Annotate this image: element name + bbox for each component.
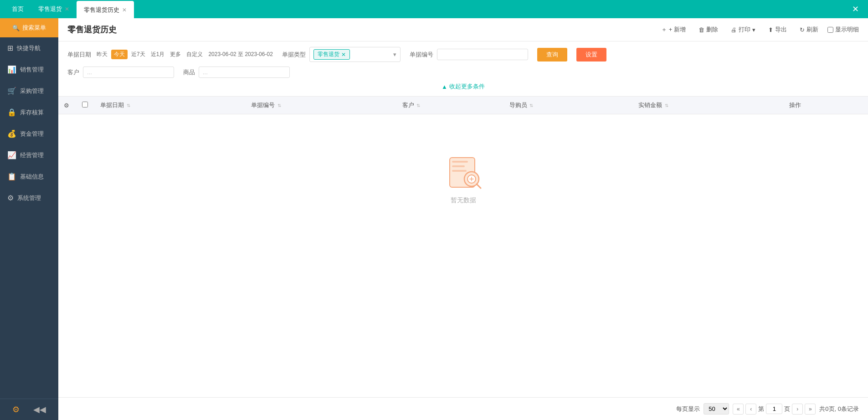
th-customer[interactable]: 客户 ⇅ (397, 97, 504, 114)
doc-type-label: 单据类型 (282, 51, 306, 59)
refresh-button[interactable]: ↻ 刷新 (796, 24, 822, 36)
operations-icon: 📈 (7, 151, 16, 159)
date-yesterday[interactable]: 昨天 (95, 50, 109, 59)
print-icon: 🖨 (731, 26, 737, 33)
th-guide[interactable]: 导购员 ⇅ (504, 97, 633, 114)
delete-button[interactable]: 🗑 删除 (695, 24, 722, 36)
refresh-icon: ↻ (800, 26, 805, 33)
empty-text: 暂无数据 (451, 196, 476, 205)
page-title: 零售退货历史 (67, 24, 117, 35)
customer-select[interactable]: ... (83, 67, 174, 78)
sidebar-item-operations[interactable]: 📈 经营管理 (0, 144, 58, 166)
per-page-select[interactable]: 50 10 20 100 (704, 403, 729, 415)
setting-button[interactable]: 设置 (576, 48, 606, 61)
tab-return-history[interactable]: 零售退货历史 ✕ (77, 1, 134, 19)
sidebar-item-sales[interactable]: 📊 销售管理 (0, 59, 58, 80)
date-last7[interactable]: 近7天 (129, 50, 147, 59)
settings-icon: ⚙ (64, 102, 69, 109)
tab-return-history-close[interactable]: ✕ (122, 7, 127, 13)
filter-doc-number: 单据编号 (410, 49, 528, 60)
date-more[interactable]: 更多 (168, 50, 183, 59)
sidebar-item-quick-nav[interactable]: ⊞ 快捷导航 (0, 37, 58, 59)
filter-date: 单据日期 昨天 今天 近7天 近1月 更多 自定义 2023-06-02 至 2… (67, 50, 273, 59)
sidebar-item-inventory[interactable]: 🔒 库存核算 (0, 102, 58, 123)
sidebar-settings-icon[interactable]: ⚙ (12, 405, 20, 415)
date-range: 2023-06-02 至 2023-06-02 (208, 51, 272, 58)
first-page-button[interactable]: « (733, 404, 744, 415)
th-action: 操作 (784, 97, 868, 114)
th-date[interactable]: 单据日期 ⇅ (95, 97, 246, 114)
print-arrow-icon: ▾ (752, 26, 755, 33)
sidebar-bottom: ⚙ ◀◀ (0, 399, 58, 420)
display-detail-checkbox[interactable] (827, 27, 833, 33)
sidebar-item-finance[interactable]: 💰 资金管理 (0, 123, 58, 144)
doc-type-tag-close[interactable]: ✕ (341, 51, 346, 58)
date-sort-icon: ⇅ (127, 103, 130, 108)
doc-type-select[interactable]: 零售退货 ✕ ▾ (309, 47, 401, 62)
sidebar-item-basic-info[interactable]: 📋 基础信息 (0, 166, 58, 187)
empty-state: 暂无数据 (58, 114, 868, 241)
sidebar-item-purchase[interactable]: 🛒 采购管理 (0, 80, 58, 102)
export-button[interactable]: ⬆ 导出 (765, 24, 791, 36)
print-label: 打印 (739, 26, 750, 34)
table-area: ⚙ 单据日期 ⇅ 单据编号 ⇅ (58, 97, 868, 397)
date-filter-label: 单据日期 (67, 51, 91, 59)
page-number-input[interactable]: 1 (766, 404, 782, 414)
svg-rect-2 (452, 165, 465, 167)
table-header-row: ⚙ 单据日期 ⇅ 单据编号 ⇅ (58, 97, 868, 114)
next-page-button[interactable]: › (792, 404, 803, 415)
new-icon: ＋ (661, 26, 667, 34)
th-settings[interactable]: ⚙ (58, 97, 77, 114)
display-detail-label: 显示明细 (835, 26, 859, 34)
th-amount[interactable]: 实销金额 ⇅ (633, 97, 784, 114)
th-number[interactable]: 单据编号 ⇅ (246, 97, 396, 114)
last-page-button[interactable]: » (805, 404, 816, 415)
date-last-month[interactable]: 近1月 (149, 50, 167, 59)
prev-page-button[interactable]: ‹ (745, 404, 756, 415)
tab-home[interactable]: 首页 (5, 0, 31, 18)
new-button[interactable]: ＋ + 新增 (657, 24, 689, 36)
finance-icon: 💰 (7, 129, 16, 138)
sidebar-item-basic-info-label: 基础信息 (20, 173, 44, 181)
doc-number-input[interactable] (437, 49, 528, 60)
page-nav: « ‹ 第 1 页 › » (733, 404, 816, 415)
doc-type-tag: 零售退货 ✕ (313, 49, 350, 60)
pagination: 每页显示 50 10 20 100 « ‹ 第 1 页 › » 共0页, 0条记… (58, 397, 868, 420)
delete-label: 删除 (706, 26, 718, 34)
th-checkbox[interactable] (77, 97, 95, 114)
doc-type-tag-label: 零售退货 (318, 51, 339, 58)
new-label: + 新增 (669, 26, 686, 34)
print-button[interactable]: 🖨 打印 ▾ (727, 24, 759, 36)
filter-customer: 客户 ... (67, 67, 174, 78)
sidebar-item-finance-label: 资金管理 (20, 130, 44, 138)
tab-return-label: 零售退货 (38, 5, 62, 13)
goods-select[interactable]: ... (199, 67, 290, 78)
svg-rect-1 (452, 161, 468, 163)
quick-nav-icon: ⊞ (7, 44, 13, 52)
refresh-label: 刷新 (806, 26, 818, 34)
query-button[interactable]: 查询 (537, 48, 567, 61)
sidebar-item-inventory-label: 库存核算 (20, 108, 44, 117)
sidebar-search-label: 搜索菜单 (22, 24, 46, 32)
tab-return-close[interactable]: ✕ (65, 6, 69, 12)
sidebar-volume-icon[interactable]: ◀◀ (33, 405, 46, 415)
date-options: 昨天 今天 近7天 近1月 更多 自定义 (95, 50, 205, 59)
customer-placeholder: ... (87, 69, 92, 76)
collapse-button[interactable]: ▲ 收起更多条件 (442, 82, 485, 91)
select-all-checkbox[interactable] (82, 102, 88, 108)
page-header: 零售退货历史 ＋ + 新增 🗑 删除 🖨 打印 ▾ ⬆ 导出 (58, 18, 868, 41)
date-custom[interactable]: 自定义 (185, 50, 205, 59)
sidebar-search[interactable]: 🔍 搜索菜单 (0, 18, 58, 37)
page-label: 第 (758, 405, 764, 413)
guide-sort-icon: ⇅ (529, 103, 533, 108)
sidebar-item-operations-label: 经营管理 (20, 151, 44, 159)
sidebar-item-system[interactable]: ⚙ 系统管理 (0, 187, 58, 209)
page-unit: 页 (784, 405, 790, 413)
window-close-button[interactable]: ✕ (847, 4, 863, 14)
basic-info-icon: 📋 (7, 172, 16, 181)
tab-return[interactable]: 零售退货 ✕ (31, 0, 77, 18)
filter-area: 单据日期 昨天 今天 近7天 近1月 更多 自定义 2023-06-02 至 2… (58, 41, 868, 97)
filter-row-2: 客户 ... 商品 ... (67, 67, 859, 78)
date-today[interactable]: 今天 (111, 50, 128, 59)
svg-rect-3 (452, 170, 467, 172)
